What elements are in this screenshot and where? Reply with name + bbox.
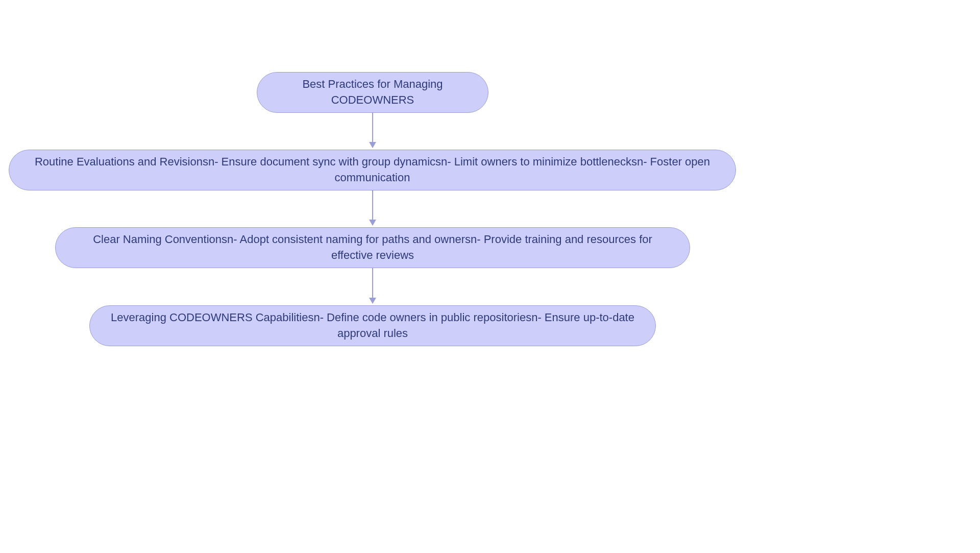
- flow-arrow: [372, 113, 373, 148]
- flowchart-container: Best Practices for Managing CODEOWNERS R…: [0, 0, 980, 553]
- flowchart-node-evaluations: Routine Evaluations and Revisionsn- Ensu…: [9, 150, 736, 190]
- node-text: Routine Evaluations and Revisionsn- Ensu…: [24, 154, 720, 186]
- flowchart-node-capabilities: Leveraging CODEOWNERS Capabilitiesn- Def…: [89, 305, 656, 346]
- node-text: Clear Naming Conventionsn- Adopt consist…: [71, 232, 674, 263]
- flowchart-node-root: Best Practices for Managing CODEOWNERS: [257, 72, 488, 113]
- flow-arrow: [372, 268, 373, 303]
- node-text: Leveraging CODEOWNERS Capabilitiesn- Def…: [105, 310, 640, 342]
- flow-arrow: [372, 190, 373, 225]
- flowchart-node-naming: Clear Naming Conventionsn- Adopt consist…: [55, 227, 690, 268]
- node-text: Best Practices for Managing CODEOWNERS: [273, 77, 473, 108]
